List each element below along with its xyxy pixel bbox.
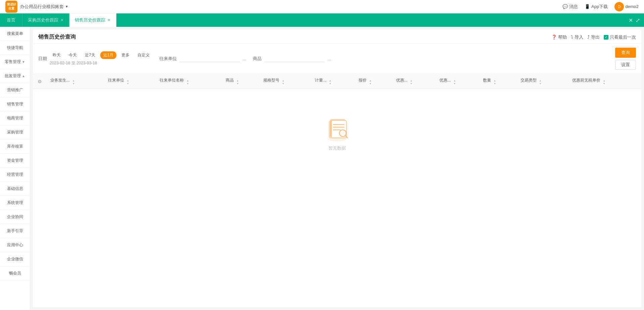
chevron-down-icon: ▼ [65, 5, 68, 8]
filter-bar: 日期 昨天 今天 近7天 近1月 更多 自定义 2023-02-18 至 202… [33, 44, 641, 74]
date-options: 昨天 今天 近7天 近1月 更多 自定义 2023-02-18 至 2023-0… [50, 51, 153, 66]
product-input[interactable] [264, 55, 325, 62]
sidebar-item-app-center[interactable]: 应用中心 [0, 238, 30, 252]
data-table: ⚙ 业务发生... ▲ ▼ 往来单位 [33, 74, 641, 89]
import-btn[interactable]: ⤵ 导入 [571, 34, 583, 40]
partner-input[interactable] [179, 55, 240, 62]
sidebar-item-sales[interactable]: 销售管理 [0, 97, 30, 111]
col-spec: 规格型号 ▲ ▼ [259, 74, 311, 89]
sidebar-item-system[interactable]: 系统管理 [0, 196, 30, 210]
close-window-btn[interactable]: ✕ [629, 17, 633, 23]
help-btn[interactable]: ❓ 帮助 [551, 34, 567, 40]
tab-home[interactable]: 首页 [0, 13, 22, 27]
sidebar-item-inventory[interactable]: 库存核算 [0, 140, 30, 154]
date-btn-more[interactable]: 更多 [118, 51, 132, 59]
search-label: 搜索菜单 [7, 31, 23, 37]
sidebar-item-wholesale[interactable]: 批发管理 ▲ [0, 69, 30, 83]
sort-icons: ▲ ▼ [539, 80, 542, 85]
sort-icons: ▲ ▼ [493, 80, 496, 85]
page-content: 销售历史价查询 ❓ 帮助 ⤵ 导入 ⤴ 导出 ✓ [33, 30, 641, 307]
date-btn-custom[interactable]: 自定义 [135, 51, 153, 59]
tab-sales-price[interactable]: 销售历史价跟踪 ✕ [69, 13, 116, 27]
content-area: 销售历史价查询 ❓ 帮助 ⤵ 导入 ⤴ 导出 ✓ [30, 27, 644, 310]
product-filter-group: 商品 ... [253, 55, 331, 62]
date-range-display: 2023-02-18 至 2023-03-18 [50, 60, 153, 66]
col-partner-code: 往来单位 ▲ ▼ [104, 74, 156, 89]
sidebar-item-enterprise[interactable]: 企业协同 [0, 210, 30, 224]
sidebar-item-basic[interactable]: 基础信息 [0, 182, 30, 196]
settings-button[interactable]: 设置 [615, 60, 636, 70]
download-icon: 📱 [585, 4, 590, 9]
col-trade-type: 交易类型 ▲ ▼ [517, 74, 568, 89]
date-btn-7days[interactable]: 近7天 [82, 51, 98, 59]
product-dots: ... [327, 56, 331, 61]
sort-icons: ▲ ▼ [329, 80, 332, 85]
date-filter-label: 日期 [38, 56, 47, 62]
sidebar: 搜索菜单 快捷导航 零售管理 ▼ 批发管理 ▲ 营销推广 销售管理 电商管理 采… [0, 27, 30, 310]
export-icon: ⤴ [587, 35, 590, 40]
sidebar-item-shortcut[interactable]: 快捷导航 [0, 41, 30, 55]
gear-icon[interactable]: ⚙ [38, 79, 42, 84]
sort-icons: ▲ ▼ [72, 80, 75, 85]
sidebar-item-finance[interactable]: 资金管理 [0, 154, 30, 168]
col-partner-name: 往来单位名称 ▲ ▼ [156, 74, 222, 89]
page-actions: ❓ 帮助 ⤵ 导入 ⤴ 导出 ✓ 只看最后一次 [551, 34, 636, 40]
top-header: 前进好 生意 办公用品行业模拟账套 ▼ 💬 消息 📱 App下载 D demo2 [0, 0, 644, 13]
help-icon: ❓ [551, 35, 557, 40]
sort-icons: ▲ ▼ [410, 80, 413, 85]
sort-icons: ▲ ▼ [282, 80, 284, 85]
message-btn[interactable]: 💬 消息 [562, 4, 578, 10]
col-unit: 计量... ▲ ▼ [311, 74, 355, 89]
sidebar-item-purchase[interactable]: 采购管理 [0, 125, 30, 140]
col-product: 商品 ▲ ▼ [222, 74, 259, 89]
sidebar-item-retail[interactable]: 零售管理 ▼ [0, 55, 30, 69]
sidebar-item-marketing[interactable]: 营销推广 [0, 83, 30, 97]
sidebar-item-ecommerce[interactable]: 电商管理 [0, 111, 30, 125]
maximize-btn[interactable]: ⤢ [636, 17, 640, 23]
tab-purchase-price[interactable]: 采购历史价跟踪 ✕ [22, 13, 69, 27]
header-left: 前进好 生意 办公用品行业模拟账套 ▼ [5, 1, 68, 13]
col-price: 报价 ▲ ▼ [355, 74, 392, 89]
chevron-down-icon: ▼ [22, 60, 25, 64]
col-business-date: 业务发生... ▲ ▼ [46, 74, 104, 89]
date-shortcuts: 昨天 今天 近7天 近1月 更多 自定义 [50, 51, 153, 59]
no-data-illustration [322, 116, 352, 143]
col-discount1: 优惠... ▲ ▼ [392, 74, 436, 89]
action-btns: 查询 设置 [615, 48, 636, 70]
sort-icons: ▲ ▼ [236, 80, 239, 85]
partner-dots: ... [243, 56, 246, 61]
col-qty: 数量 ▲ ▼ [479, 74, 517, 89]
download-btn[interactable]: 📱 App下载 [585, 4, 608, 10]
sort-icons: ▲ ▼ [603, 80, 605, 85]
tab-window-actions: ✕ ⤢ [625, 17, 644, 23]
partner-filter-label: 往来单位 [159, 56, 177, 62]
svg-point-8 [341, 131, 345, 135]
user-menu[interactable]: D demo2 [614, 2, 639, 11]
sidebar-item-operation[interactable]: 经营管理 [0, 168, 30, 182]
date-btn-1month[interactable]: 近1月 [100, 51, 117, 59]
empty-state: 暂无数据 [33, 89, 641, 178]
app-logo: 前进好 生意 [5, 1, 17, 13]
date-btn-yesterday[interactable]: 昨天 [50, 51, 64, 59]
sort-icons: ▲ ▼ [453, 80, 456, 85]
sort-icons: ▲ ▼ [126, 80, 129, 85]
partner-filter-group: 往来单位 ... [159, 55, 246, 62]
tab-close-purchase[interactable]: ✕ [60, 18, 64, 22]
page-header: 销售历史价查询 ❓ 帮助 ⤵ 导入 ⤴ 导出 ✓ [33, 30, 641, 44]
company-selector[interactable]: 办公用品行业模拟账套 ▼ [20, 4, 68, 10]
chevron-up-icon: ▲ [22, 74, 25, 78]
avatar: D [614, 2, 624, 11]
checkbox-checked-icon: ✓ [604, 35, 608, 40]
only-last-checkbox[interactable]: ✓ 只看最后一次 [604, 34, 636, 40]
sidebar-item-wechat[interactable]: 企业微信 [0, 252, 30, 266]
query-button[interactable]: 查询 [615, 48, 636, 58]
sidebar-item-member[interactable]: 畅会员 [0, 266, 30, 280]
date-btn-today[interactable]: 今天 [66, 51, 80, 59]
sort-icons: ▲ ▼ [186, 80, 189, 85]
tab-close-sales[interactable]: ✕ [107, 18, 111, 22]
product-filter-label: 商品 [253, 56, 262, 62]
sidebar-item-search[interactable]: 搜索菜单 [0, 27, 30, 41]
sidebar-item-guide[interactable]: 新手引导 [0, 224, 30, 238]
export-btn[interactable]: ⤴ 导出 [587, 34, 600, 40]
col-pretax-price: 优惠前无税单价 ▲ ▼ [568, 74, 641, 89]
